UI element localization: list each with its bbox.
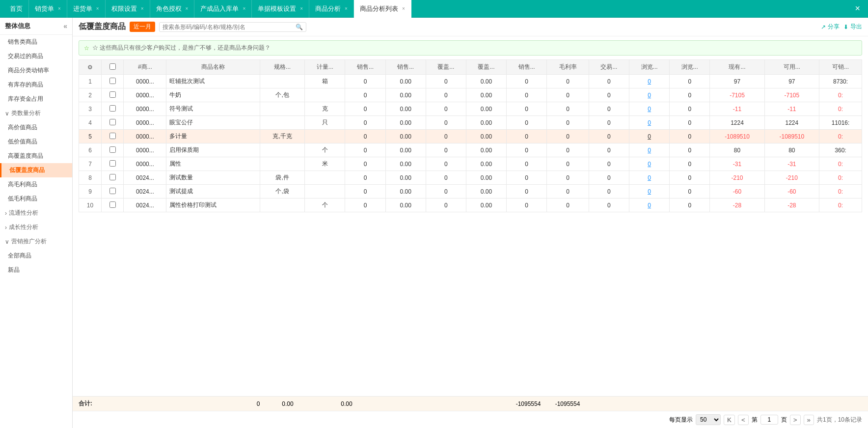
row-checkbox[interactable] (109, 174, 116, 180)
table-cell: 0000... (124, 75, 166, 88)
sidebar-item-stock-goods[interactable]: 有库存的商品 (0, 78, 72, 92)
table-cell: 0 (670, 199, 710, 212)
table-cell: 0 (507, 171, 547, 185)
sidebar-item-traded-goods[interactable]: 交易过的商品 (0, 49, 72, 63)
th-browse1[interactable]: 浏览... (629, 60, 670, 75)
row-checkbox[interactable] (109, 133, 116, 139)
time-filter-button[interactable]: 近一月 (130, 22, 155, 32)
table-cell: 个,包 (260, 88, 304, 102)
sidebar-item-low-coverage[interactable]: 低覆盖度商品 (0, 163, 72, 177)
nav-tab-analysis[interactable]: 商品分析 × (309, 0, 354, 18)
sidebar-item-high-coverage[interactable]: 高覆盖度商品 (0, 149, 72, 163)
sidebar-item-low-profit[interactable]: 低毛利商品 (0, 192, 72, 206)
table-cell: 80 (710, 143, 764, 157)
th-avail[interactable]: 可用... (764, 60, 819, 75)
close-icon[interactable]: × (141, 6, 144, 11)
table-cell: 0 (507, 116, 547, 130)
row-checkbox[interactable] (109, 160, 116, 167)
nav-tab-analysis-list[interactable]: 商品分析列表 × (354, 0, 411, 18)
close-icon[interactable]: × (186, 6, 189, 11)
row-checkbox[interactable] (109, 78, 116, 84)
close-icon[interactable]: × (243, 6, 245, 11)
sidebar-group-flow-analysis[interactable]: › 流通性分析 (0, 206, 72, 220)
nav-tab-template[interactable]: 单据模板设置 × (252, 0, 309, 18)
search-input[interactable] (163, 24, 294, 30)
sidebar-item-capital[interactable]: 库存资金占用 (0, 92, 72, 106)
table-cell[interactable]: 0 (629, 157, 670, 171)
select-all-checkbox[interactable] (109, 63, 116, 70)
th-unit[interactable]: 计量... (305, 60, 345, 75)
th-name[interactable]: 商品名称 (166, 60, 260, 75)
search-icon[interactable]: 🔍 (296, 24, 303, 30)
th-s2[interactable]: 销售... (385, 60, 426, 75)
row-checkbox[interactable] (109, 188, 116, 194)
table-cell[interactable]: 0 (629, 116, 670, 130)
sidebar-item-high-profit[interactable]: 高毛利商品 (0, 177, 72, 192)
row-checkbox[interactable] (109, 201, 116, 208)
nav-tab-roles[interactable]: 角色授权 × (150, 0, 195, 18)
sidebar-group-marketing-analysis[interactable]: ∨ 营销推广分析 (0, 234, 72, 249)
close-icon[interactable]: × (96, 6, 99, 11)
export-button[interactable]: ⬇ 导出 (843, 23, 862, 31)
sidebar-item-high-value[interactable]: 高价值商品 (0, 120, 72, 135)
close-icon[interactable]: × (58, 6, 61, 11)
th-sellable[interactable]: 可销... (819, 60, 862, 75)
row-checkbox[interactable] (109, 105, 116, 112)
sidebar-item-goods-rate[interactable]: 商品分类动销率 (0, 63, 72, 78)
sidebar-item-new-goods[interactable]: 新品 (0, 263, 72, 277)
nav-tab-permissions[interactable]: 权限设置 × (106, 0, 150, 18)
search-box: 🔍 (159, 22, 306, 32)
table-cell[interactable]: 0 (629, 130, 670, 143)
next-page-button[interactable]: > (790, 415, 801, 425)
table-cell[interactable]: 0 (629, 102, 670, 116)
close-all-button[interactable]: × (851, 3, 864, 14)
sidebar-item-low-value[interactable]: 低价值商品 (0, 135, 72, 149)
sidebar-group-growth-analysis[interactable]: › 成长性分析 (0, 220, 72, 234)
table-cell (305, 130, 345, 143)
prev-page-button[interactable]: < (738, 415, 749, 425)
nav-tab-home[interactable]: 首页 (4, 0, 29, 18)
nav-tab-purchase[interactable]: 进货单 × (67, 0, 106, 18)
table-cell[interactable]: 0 (629, 199, 670, 212)
share-button[interactable]: ↗ 分享 (821, 23, 840, 31)
page-size-select[interactable]: 50 100 200 (696, 414, 721, 425)
last-page-button[interactable]: » (804, 415, 814, 425)
nav-tab-sales[interactable]: 销货单 × (29, 0, 67, 18)
close-icon[interactable]: × (300, 6, 303, 11)
row-checkbox[interactable] (109, 91, 116, 98)
th-spec[interactable]: 规格... (260, 60, 304, 75)
table-cell[interactable]: 0 (629, 171, 670, 185)
table-cell: -210 (764, 171, 819, 185)
table-cell[interactable]: 0 (629, 88, 670, 102)
sidebar-item-sales-goods[interactable]: 销售类商品 (0, 35, 72, 49)
sidebar: 整体信息 « 销售类商品 交易过的商品 商品分类动销率 有库存的商品 库存资金占… (0, 18, 73, 428)
th-c2[interactable]: 覆盖... (466, 60, 506, 75)
th-c1[interactable]: 覆盖... (426, 60, 466, 75)
th-stock[interactable]: 现有... (710, 60, 764, 75)
th-browse2[interactable]: 浏览... (670, 60, 710, 75)
th-s1[interactable]: 销售... (345, 60, 385, 75)
table-cell[interactable]: 0 (629, 185, 670, 199)
close-icon[interactable]: × (345, 6, 348, 11)
th-s3[interactable]: 销售... (507, 60, 547, 75)
row-checkbox[interactable] (109, 119, 116, 125)
table-cell[interactable]: 0 (629, 75, 670, 88)
page-number-input[interactable] (760, 415, 778, 425)
th-tx[interactable]: 交易... (589, 60, 629, 75)
table-row: 40000...眼宝公仔只00.0000.0000000122412241101… (79, 116, 862, 130)
table-cell: 启用保质期 (166, 143, 260, 157)
table-cell[interactable]: 0 (629, 143, 670, 157)
th-code[interactable]: #商... (124, 60, 166, 75)
nav-tab-products[interactable]: 产成品入库单 × (194, 0, 252, 18)
row-checkbox[interactable] (109, 146, 116, 153)
th-gross[interactable]: 毛利率 (547, 60, 589, 75)
sidebar-item-all-goods[interactable]: 全部商品 (0, 249, 72, 263)
th-settings[interactable]: ⚙ (79, 60, 102, 75)
th-checkbox[interactable] (102, 60, 124, 75)
table-cell: 8 (79, 171, 102, 185)
table-cell: 0 (547, 102, 589, 116)
sidebar-collapse-button[interactable]: « (63, 22, 67, 30)
first-page-button[interactable]: K (724, 415, 735, 425)
close-icon[interactable]: × (402, 6, 405, 11)
sidebar-group-qty-analysis[interactable]: ∨ 类数量分析 (0, 106, 72, 120)
